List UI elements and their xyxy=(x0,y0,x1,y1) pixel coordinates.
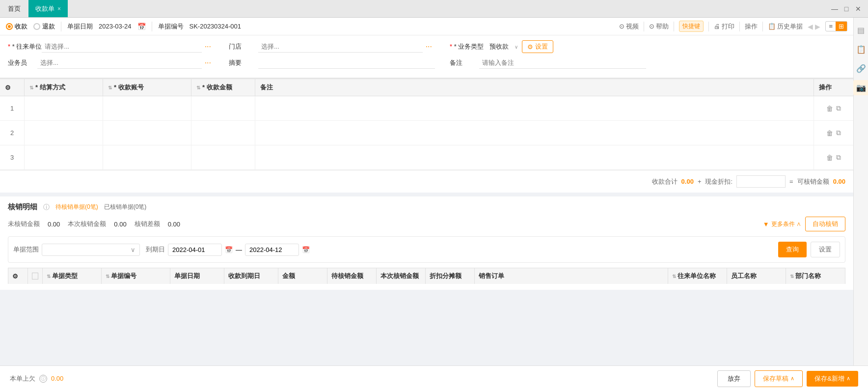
th-settings[interactable]: ⚙ xyxy=(0,79,25,96)
nav-arrows: ◀ ▶ xyxy=(808,23,820,30)
cal-from-icon[interactable]: 📅 xyxy=(225,246,233,253)
cell-amount-3[interactable] xyxy=(191,145,255,169)
delete-icon-2[interactable]: 🗑 xyxy=(826,129,833,137)
tab-pending[interactable]: 待核销单据(0笔) xyxy=(55,203,98,211)
partner-more-btn[interactable]: ··· xyxy=(202,42,214,51)
total-label: 收款合计 xyxy=(652,177,678,186)
cal-to-icon[interactable]: 📅 xyxy=(302,246,310,253)
cell-remark-2[interactable] xyxy=(255,121,814,145)
vth-pending-amount-label: 待核销金额 xyxy=(331,272,363,280)
header-checkbox[interactable] xyxy=(32,273,38,279)
verify-section: 核销明细 ⓘ 待核销单据(0笔) 已核销单据(0笔) 未核销金额 0.00 本次… xyxy=(0,196,853,290)
cell-amount-1[interactable] xyxy=(191,96,255,120)
print-btn[interactable]: 🖨 打印 xyxy=(714,22,734,31)
sidebar-doc-icon[interactable]: 📋 xyxy=(853,42,868,57)
vth-gear[interactable]: ⚙ xyxy=(8,268,28,284)
cell-remark-3[interactable] xyxy=(255,145,814,169)
cell-account-2[interactable] xyxy=(103,121,191,145)
help-btn[interactable]: ⊙ 帮助 xyxy=(649,22,669,31)
help-label: 帮助 xyxy=(656,22,669,31)
save-new-button[interactable]: 保存&新增 ∧ xyxy=(807,371,858,387)
tab-home[interactable]: 首页 xyxy=(0,0,28,17)
print-icon: 🖨 xyxy=(714,23,720,30)
query-btn[interactable]: 查询 xyxy=(778,242,807,257)
cell-account-3[interactable] xyxy=(103,145,191,169)
vth-doc-no-label: 单据编号 xyxy=(111,272,136,280)
delete-icon-1[interactable]: 🗑 xyxy=(826,105,833,112)
staff-input[interactable] xyxy=(37,57,202,69)
discount-input[interactable] xyxy=(736,175,786,188)
filter-label: 更多条件 ∧ xyxy=(771,220,801,228)
save-draft-chevron-icon: ∧ xyxy=(790,375,794,382)
nav-next-icon[interactable]: ▶ xyxy=(815,23,820,30)
radio-tuikuan[interactable]: 退款 xyxy=(33,22,55,31)
minimize-button[interactable]: — xyxy=(831,5,839,13)
verify-filter-form: 单据范围 ∨ 到期日 📅 — 📅 查询 设置 xyxy=(8,236,845,263)
video-btn[interactable]: ⊙ 视频 xyxy=(619,22,639,31)
delete-icon-3[interactable]: 🗑 xyxy=(826,154,833,162)
business-field: * 业务类型 预收款 ∨ ⚙ 设置 xyxy=(450,40,646,53)
row-num-1: 1 xyxy=(0,96,25,120)
cell-action-1: 🗑 ⧉ xyxy=(814,96,853,120)
restore-button[interactable]: □ xyxy=(842,5,850,13)
business-chevron-icon[interactable]: ∨ xyxy=(515,44,518,50)
cell-action-3: 🗑 ⧉ xyxy=(814,145,853,169)
cell-account-1[interactable] xyxy=(103,96,191,120)
th-settlement-label: * 结算方式 xyxy=(35,83,65,92)
vth-dept: ⇅ 部门名称 xyxy=(786,268,845,284)
date-label: 单据日期 xyxy=(67,22,93,31)
vth-check[interactable] xyxy=(28,268,43,284)
staff-more-btn[interactable]: ··· xyxy=(202,58,214,67)
range-select[interactable]: ∨ xyxy=(42,244,140,256)
verify-info-icon[interactable]: ⓘ xyxy=(43,203,50,212)
settings-btn[interactable]: ⚙ 设置 xyxy=(522,40,553,53)
tab-close-icon[interactable]: × xyxy=(57,5,61,12)
tab-current[interactable]: 收款单 × xyxy=(28,0,68,17)
unverified-value: 0.00 xyxy=(48,221,60,228)
copy-icon-3[interactable]: ⧉ xyxy=(836,153,841,162)
calendar-icon[interactable]: 📅 xyxy=(137,23,146,30)
cell-settlement-1[interactable] xyxy=(25,96,103,120)
list-view-btn[interactable]: ≡ xyxy=(826,22,836,31)
sort-icon: ⇅ xyxy=(672,274,676,279)
history-btn[interactable]: 📋 历史单据 xyxy=(768,22,803,31)
filter-btn[interactable]: ▼ 更多条件 ∧ xyxy=(763,220,801,228)
cell-remark-1[interactable] xyxy=(255,96,814,120)
sidebar-table-icon[interactable]: ▤ xyxy=(854,23,868,38)
vth-amount-label: 金额 xyxy=(282,272,295,280)
cell-settlement-3[interactable] xyxy=(25,145,103,169)
nav-prev-icon[interactable]: ◀ xyxy=(808,23,813,30)
due-to-input[interactable] xyxy=(245,244,299,256)
partner-input[interactable] xyxy=(42,41,201,53)
cell-settlement-2[interactable] xyxy=(25,121,103,145)
summary-input[interactable] xyxy=(258,57,435,69)
sidebar-camera-icon[interactable]: 📷 xyxy=(853,80,868,95)
sidebar-link-icon[interactable]: 🔗 xyxy=(853,61,868,76)
diff-value: 0.00 xyxy=(168,221,180,228)
copy-icon-2[interactable]: ⧉ xyxy=(836,129,841,137)
save-draft-button[interactable]: 保存草稿 ∧ xyxy=(755,370,803,387)
discard-button[interactable]: 放弃 xyxy=(717,370,751,387)
tab-done[interactable]: 已核销单据(0笔) xyxy=(104,203,147,211)
store-input[interactable] xyxy=(258,41,423,53)
auto-verify-btn[interactable]: 自动核销 xyxy=(805,217,845,231)
shortcuts-btn[interactable]: 快捷键 xyxy=(679,21,704,32)
due-from-input[interactable] xyxy=(168,244,222,256)
store-more-btn[interactable]: ··· xyxy=(423,42,435,51)
th-action: 操作 xyxy=(814,79,853,96)
cell-amount-2[interactable] xyxy=(191,121,255,145)
copy-icon-1[interactable]: ⧉ xyxy=(836,104,841,112)
bottom-info-icon[interactable]: ⓘ xyxy=(39,375,47,383)
row-num-3: 3 xyxy=(0,145,25,169)
business-label: * 业务类型 xyxy=(450,42,484,51)
remark-input[interactable] xyxy=(479,57,646,69)
verify-amount-value: 0.00 xyxy=(833,178,845,185)
help-icon: ⊙ xyxy=(649,23,654,30)
verify-settings-btn[interactable]: 设置 xyxy=(811,242,840,257)
close-button[interactable]: ✕ xyxy=(854,5,862,13)
operation-btn[interactable]: 操作 xyxy=(745,22,758,31)
grid-view-btn[interactable]: ⊞ xyxy=(836,22,847,31)
remark-label: 备注 xyxy=(450,58,479,67)
radio-shoukuan[interactable]: 收款 xyxy=(6,22,27,31)
form-row-1: * 往来单位 ··· 门店 ··· * 业务类型 预收款 ∨ ⚙ 设置 xyxy=(8,40,845,53)
